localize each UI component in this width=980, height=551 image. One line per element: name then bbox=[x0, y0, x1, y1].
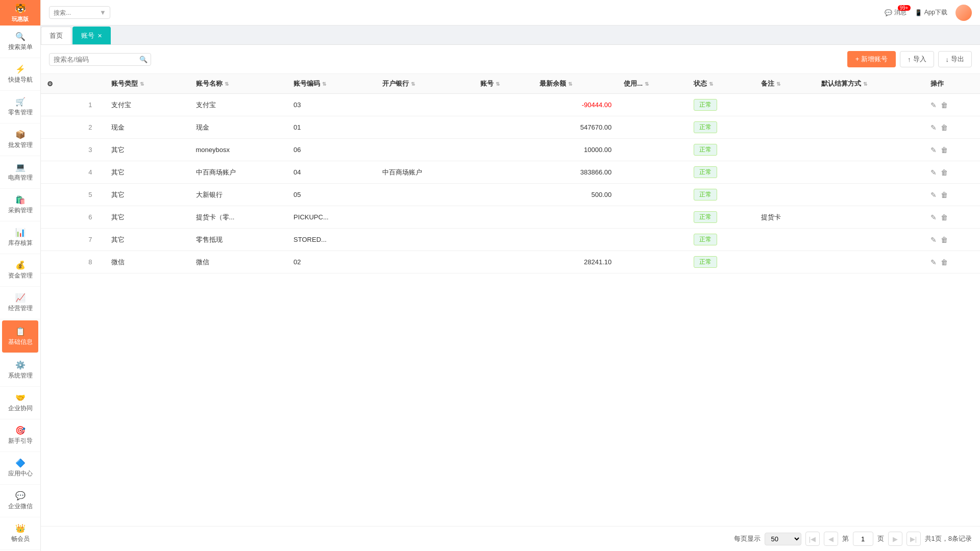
edit-button[interactable]: ✎ bbox=[930, 191, 937, 199]
col-type[interactable]: 账号类型⇅ bbox=[105, 74, 189, 94]
edit-button[interactable]: ✎ bbox=[930, 146, 937, 154]
sidebar-item-finance[interactable]: 💰资金管理 bbox=[0, 254, 40, 287]
sidebar-item-retail[interactable]: 🛒零售管理 bbox=[0, 91, 40, 123]
cell-name: 微信 bbox=[190, 251, 288, 273]
delete-button[interactable]: 🗑 bbox=[941, 236, 948, 244]
ecommerce-label: 电商管理 bbox=[8, 174, 33, 181]
sidebar-item-member[interactable]: 👑畅会员 bbox=[0, 517, 40, 550]
col-name[interactable]: 账号名称⇅ bbox=[190, 74, 288, 94]
header-search-input[interactable] bbox=[54, 9, 100, 16]
cell-name: 中百商场账户 bbox=[190, 161, 288, 184]
col-code[interactable]: 账号编码⇅ bbox=[287, 74, 376, 94]
delete-button[interactable]: 🗑 bbox=[941, 168, 948, 177]
cell-account bbox=[474, 229, 533, 251]
app-download-button[interactable]: 📱 App下载 bbox=[915, 8, 947, 17]
sidebar-item-enterprise[interactable]: 🤝企业协同 bbox=[0, 387, 40, 419]
sidebar-item-quicknav[interactable]: ⚡快捷导航 bbox=[0, 58, 40, 91]
delete-button[interactable]: 🗑 bbox=[941, 191, 948, 199]
prev-page-button[interactable]: ◀ bbox=[824, 532, 838, 546]
delete-button[interactable]: 🗑 bbox=[941, 123, 948, 132]
user-avatar[interactable] bbox=[955, 5, 972, 21]
edit-button[interactable]: ✎ bbox=[930, 101, 937, 109]
sort-icon-status: ⇅ bbox=[709, 81, 713, 87]
current-page-input[interactable] bbox=[853, 532, 873, 546]
cell-notes bbox=[755, 251, 815, 273]
cell-code: 02 bbox=[287, 251, 376, 273]
cell-account bbox=[474, 206, 533, 229]
message-button[interactable]: 💬 消息 99+ bbox=[885, 8, 906, 17]
cell-usage bbox=[618, 206, 688, 229]
edit-button[interactable]: ✎ bbox=[930, 258, 937, 266]
cell-code: 03 bbox=[287, 94, 376, 116]
export-button[interactable]: ↓ 导出 bbox=[938, 51, 972, 67]
search-icon[interactable]: 🔍 bbox=[139, 56, 148, 63]
sidebar-item-search[interactable]: 🔍搜索菜单 bbox=[0, 26, 40, 58]
tab-account[interactable]: 账号✕ bbox=[72, 27, 111, 44]
cell-status: 正常 bbox=[688, 161, 754, 184]
col-account[interactable]: 账号⇅ bbox=[474, 74, 533, 94]
search-wrap[interactable]: 🔍 bbox=[49, 53, 151, 66]
status-badge: 正常 bbox=[694, 211, 717, 223]
page-size-select[interactable]: 50 100 200 bbox=[765, 533, 801, 545]
col-balance[interactable]: 最新余额⇅ bbox=[533, 74, 618, 94]
appcenter-label: 应用中心 bbox=[8, 470, 33, 477]
sidebar-item-operations[interactable]: 📈经营管理 bbox=[0, 287, 40, 319]
sidebar-item-corpwx[interactable]: 💬企业微信 bbox=[0, 485, 40, 517]
sidebar-item-guide[interactable]: 🎯新手引导 bbox=[0, 419, 40, 452]
cell-usage bbox=[618, 161, 688, 184]
sort-icon-settlement: ⇅ bbox=[863, 81, 867, 87]
sidebar-item-ecommerce[interactable]: 💻电商管理 bbox=[0, 156, 40, 189]
add-account-button[interactable]: + 新增账号 bbox=[847, 51, 896, 67]
next-page-button[interactable]: ▶ bbox=[888, 532, 902, 546]
search-input[interactable] bbox=[54, 56, 139, 63]
last-page-button[interactable]: ▶| bbox=[906, 532, 921, 546]
sort-icon-usage: ⇅ bbox=[645, 81, 649, 87]
sidebar-item-inventory[interactable]: 📊库存核算 bbox=[0, 221, 40, 254]
cell-type: 支付宝 bbox=[105, 94, 189, 116]
sidebar-item-wholesale[interactable]: 📦批发管理 bbox=[0, 123, 40, 156]
settings-col-icon[interactable]: ⚙ bbox=[47, 80, 53, 88]
toolbar: 🔍 + 新增账号 ↑ 导入 ↓ 导出 bbox=[41, 45, 980, 74]
status-badge: 正常 bbox=[694, 189, 717, 201]
table-row: 2现金现金01547670.00正常 ✎ 🗑 bbox=[41, 116, 980, 139]
delete-button[interactable]: 🗑 bbox=[941, 101, 948, 109]
cell-notes: 提货卡 bbox=[755, 206, 815, 229]
tab-home[interactable]: 首页 bbox=[41, 27, 71, 44]
table-row: 1支付宝支付宝03-90444.00正常 ✎ 🗑 bbox=[41, 94, 980, 116]
delete-button[interactable]: 🗑 bbox=[941, 258, 948, 266]
cell-notes bbox=[755, 94, 815, 116]
cell-notes bbox=[755, 184, 815, 206]
col-bank[interactable]: 开户银行⇅ bbox=[376, 74, 474, 94]
cell-usage bbox=[618, 139, 688, 161]
edit-button[interactable]: ✎ bbox=[930, 236, 937, 244]
col-status[interactable]: 状态⇅ bbox=[688, 74, 754, 94]
enterprise-icon: 🤝 bbox=[2, 393, 38, 403]
finance-label: 资金管理 bbox=[8, 272, 33, 279]
col-settlement[interactable]: 默认结算方式⇅ bbox=[815, 74, 924, 94]
cell-type: 其它 bbox=[105, 139, 189, 161]
edit-button[interactable]: ✎ bbox=[930, 213, 937, 221]
action-btns: ✎ 🗑 bbox=[930, 146, 974, 154]
tab-close-account[interactable]: ✕ bbox=[97, 33, 102, 39]
cell-action: ✎ 🗑 bbox=[924, 161, 980, 184]
sidebar-item-appcenter[interactable]: 🔷应用中心 bbox=[0, 452, 40, 485]
edit-button[interactable]: ✎ bbox=[930, 168, 937, 177]
basic-icon: 📋 bbox=[4, 327, 36, 336]
cell-code: PICKUPC... bbox=[287, 206, 376, 229]
delete-button[interactable]: 🗑 bbox=[941, 213, 948, 221]
edit-button[interactable]: ✎ bbox=[930, 123, 937, 132]
import-button[interactable]: ↑ 导入 bbox=[900, 51, 934, 67]
first-page-button[interactable]: |◀ bbox=[805, 532, 820, 546]
cell-name: 提货卡（零... bbox=[190, 206, 288, 229]
sidebar-item-purchase[interactable]: 🛍️采购管理 bbox=[0, 189, 40, 221]
col-usage[interactable]: 使用...⇅ bbox=[618, 74, 688, 94]
sidebar-item-system[interactable]: ⚙️系统管理 bbox=[0, 354, 40, 387]
total-label: 共1页，8条记录 bbox=[925, 534, 972, 543]
operations-label: 经营管理 bbox=[8, 305, 33, 312]
accounts-table: ⚙账号类型⇅账号名称⇅账号编码⇅开户银行⇅账号⇅最新余额⇅使用...⇅状态⇅备注… bbox=[41, 74, 980, 273]
col-notes[interactable]: 备注⇅ bbox=[755, 74, 815, 94]
delete-button[interactable]: 🗑 bbox=[941, 146, 948, 154]
header-search-box[interactable]: ▼ bbox=[49, 6, 110, 19]
sidebar-item-basic[interactable]: 📋基础信息 bbox=[2, 320, 38, 353]
corpwx-label: 企业微信 bbox=[8, 503, 33, 510]
